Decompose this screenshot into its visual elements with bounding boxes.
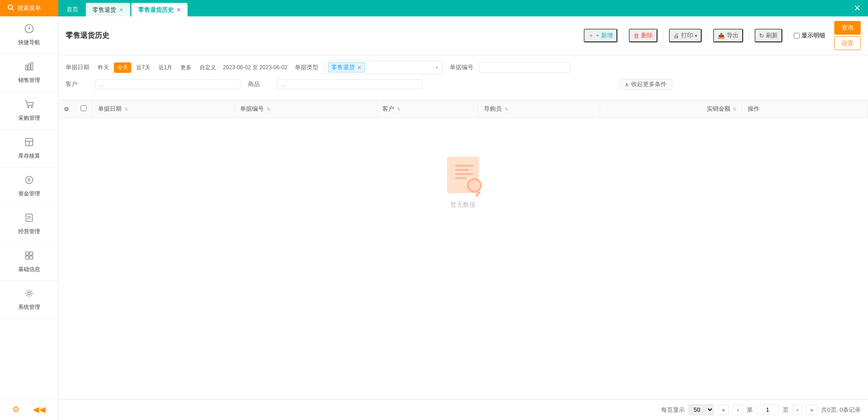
new-button[interactable]: ＋ + 新增 (584, 29, 617, 42)
tab-retail-return-history[interactable]: 零售退货历史 ✕ (131, 3, 188, 16)
goods-input[interactable]: ... (277, 79, 423, 89)
tabs-area: 首页 零售退货 ✕ 零售退货历史 ✕ (58, 0, 847, 16)
tab-home-label: 首页 (67, 5, 78, 14)
sidebar-label-inventory: 库存核算 (18, 152, 40, 160)
svg-rect-7 (31, 62, 33, 70)
page-prev-button[interactable]: ‹ (733, 405, 743, 415)
settings-bottom-icon[interactable]: ⚙ (12, 405, 20, 415)
th-settings: ⚙ (58, 100, 75, 118)
search-menu-label: 搜索菜单 (17, 4, 41, 12)
th-checkbox (75, 100, 92, 118)
th-number: 单据编号 ⇅ (235, 100, 377, 118)
voucher-number-input[interactable] (479, 62, 570, 73)
voucher-type-label: 单据类型 (295, 63, 320, 72)
date-btn-custom[interactable]: 自定义 (196, 62, 219, 73)
illus-magnifier (467, 178, 482, 193)
th-amount-sort[interactable]: ⇅ (733, 107, 736, 112)
collapse-label: 收起更多条件 (631, 80, 667, 88)
sidebar-label-finance: 资金管理 (18, 190, 40, 198)
page-first-button[interactable]: « (718, 405, 729, 415)
th-guide-sort[interactable]: ⇅ (504, 107, 508, 112)
svg-point-9 (31, 107, 32, 108)
table-header: ⚙ 单据日期 ⇅ 单据编号 ⇅ (58, 100, 868, 118)
sidebar-item-purchase-mgmt[interactable]: 采购管理 (0, 92, 58, 130)
th-customer-label: 客户 (382, 105, 394, 112)
tab-retail-return-close[interactable]: ✕ (119, 7, 123, 13)
sidebar-item-basic-info[interactable]: 基础信息 (0, 243, 58, 281)
divider-2 (663, 32, 663, 39)
voucher-type-tag-close[interactable]: ✕ (357, 64, 362, 71)
page-next-button[interactable]: › (792, 405, 802, 415)
column-settings-icon[interactable]: ⚙ (64, 106, 69, 113)
th-customer-sort[interactable]: ⇅ (397, 107, 401, 112)
filter-customer: 客户 ... (66, 79, 241, 89)
sidebar-item-system-mgmt[interactable]: 系统管理 (0, 281, 58, 319)
customer-filter-label: 客户 (66, 80, 91, 88)
date-btn-today[interactable]: 今天 (114, 62, 131, 73)
customer-ellipsis: ... (99, 81, 103, 87)
filter-date: 单据日期 昨天 今天 近7天 近1月 更多 自定义 2023-06-02 至 2… (66, 62, 288, 73)
goods-ellipsis: ... (281, 81, 286, 87)
sidebar-item-operations[interactable]: 经营管理 (0, 205, 58, 243)
sidebar-label-purchase-mgmt: 采购管理 (18, 114, 40, 122)
print-button[interactable]: 🖨 打印 ▾ (669, 29, 702, 42)
print-icon: 🖨 (673, 32, 679, 39)
th-amount: 实销金额 ⇅ (600, 100, 742, 118)
export-icon: 📤 (718, 32, 725, 39)
date-btn-7days[interactable]: 近7天 (133, 62, 154, 73)
sound-bottom-icon[interactable]: ◀◀ (33, 405, 46, 415)
tab-home[interactable]: 首页 (60, 3, 85, 16)
page-size-select[interactable]: 50 100 200 (688, 404, 714, 415)
svg-rect-22 (30, 256, 33, 259)
search-menu-button[interactable]: 搜索菜单 (0, 0, 58, 16)
refresh-button[interactable]: ↻ 刷新 (755, 29, 782, 42)
delete-button[interactable]: 🗑 删除 (629, 29, 657, 42)
sidebar-item-inventory[interactable]: 库存核算 (0, 130, 58, 168)
sidebar-item-quick-nav[interactable]: 快捷导航 (0, 16, 58, 54)
th-date-label: 单据日期 (98, 105, 122, 112)
sidebar-label-operations: 经营管理 (18, 228, 40, 236)
header-actions: ＋ + 新增 🗑 删除 🖨 打印 ▾ 📤 导出 (584, 21, 861, 50)
refresh-label: 刷新 (766, 31, 778, 40)
display-detail-input[interactable] (794, 33, 800, 39)
th-number-sort[interactable]: ⇅ (267, 107, 270, 112)
window-close-button[interactable]: ✕ (847, 3, 868, 13)
collapse-container: ∧ 收起更多条件 (430, 79, 861, 90)
tab-retail-return-history-close[interactable]: ✕ (176, 7, 181, 13)
search-icon (7, 4, 15, 13)
th-date: 单据日期 ⇅ (92, 100, 235, 118)
date-btn-yesterday[interactable]: 昨天 (95, 62, 112, 73)
sidebar-item-sales-mgmt[interactable]: 销售管理 (0, 54, 58, 92)
content-area: 零售退货历史 ＋ + 新增 🗑 删除 🖨 打印 ▾ (58, 16, 868, 420)
tab-retail-return-history-label: 零售退货历史 (138, 6, 174, 14)
customer-input[interactable]: ... (95, 79, 241, 89)
voucher-type-input[interactable]: 零售退货 ✕ ▾ (324, 61, 442, 74)
th-amount-label: 实销金额 (707, 105, 730, 112)
export-button[interactable]: 📤 导出 (713, 29, 743, 42)
filter-settings-button[interactable]: 设置 (834, 36, 861, 50)
voucher-type-dropdown-icon[interactable]: ▾ (436, 65, 438, 71)
date-btn-1month[interactable]: 近1月 (155, 62, 176, 73)
empty-text: 暂无数据 (450, 201, 476, 209)
query-button[interactable]: 查询 (834, 21, 861, 35)
collapse-button[interactable]: ∧ 收起更多条件 (619, 79, 673, 90)
illus-line-2 (455, 169, 469, 171)
sidebar-item-finance[interactable]: ¥ 资金管理 (0, 168, 58, 205)
divider-5 (788, 32, 788, 39)
filter-voucher-number: 单据编号 (450, 62, 570, 73)
select-all-checkbox[interactable] (81, 105, 87, 111)
page-label: 第 (747, 406, 753, 414)
filter-row-1: 单据日期 昨天 今天 近7天 近1月 更多 自定义 2023-06-02 至 2… (66, 61, 861, 74)
illus-line-1 (455, 165, 473, 167)
display-detail-checkbox[interactable]: 显示明细 (794, 31, 825, 40)
th-guide-label: 导购员 (484, 105, 502, 112)
empty-state-cell: 暂无数据 (58, 118, 868, 246)
page-last-button[interactable]: » (806, 405, 817, 415)
tab-retail-return-label: 零售退货 (92, 6, 116, 14)
page-input[interactable] (756, 405, 779, 415)
tab-retail-return[interactable]: 零售退货 ✕ (86, 3, 130, 16)
divider-4 (749, 32, 749, 39)
date-btn-more[interactable]: 更多 (177, 62, 195, 73)
th-date-sort[interactable]: ⇅ (124, 107, 128, 112)
voucher-number-label: 单据编号 (450, 63, 475, 72)
